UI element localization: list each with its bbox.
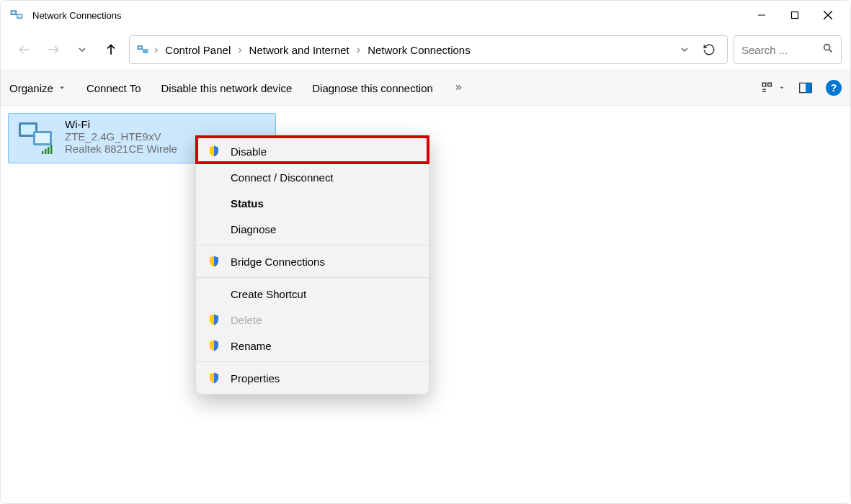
- breadcrumb-icon: [135, 42, 150, 57]
- adapter-device: Realtek 8821CE Wirele: [65, 143, 177, 155]
- maximize-button[interactable]: [778, 1, 811, 30]
- svg-rect-30: [48, 147, 50, 154]
- menu-rename[interactable]: Rename: [196, 333, 429, 359]
- menu-properties[interactable]: Properties: [196, 365, 429, 391]
- menu-status[interactable]: Status: [196, 190, 429, 216]
- overflow-button[interactable]: [453, 83, 463, 93]
- preview-pane-button[interactable]: [798, 81, 813, 95]
- menu-bridge-connections[interactable]: Bridge Connections: [196, 248, 429, 274]
- window-title: Network Connections: [32, 10, 122, 21]
- svg-rect-29: [45, 149, 47, 154]
- svg-rect-12: [143, 49, 148, 53]
- svg-rect-5: [792, 12, 798, 19]
- menu-connect-disconnect[interactable]: Connect / Disconnect: [196, 164, 429, 190]
- content-area: Wi-Fi ZTE_2.4G_HTE9xV Realtek 8821CE Wir…: [1, 106, 850, 503]
- connect-to-button[interactable]: Connect To: [86, 82, 141, 94]
- svg-rect-3: [18, 15, 22, 17]
- organize-button[interactable]: Organize: [9, 82, 66, 94]
- up-button[interactable]: [103, 42, 119, 58]
- menu-separator: [196, 245, 429, 246]
- breadcrumb-dropdown[interactable]: [672, 44, 697, 55]
- chevron-right-icon[interactable]: ›: [151, 43, 161, 56]
- svg-marker-16: [60, 87, 64, 89]
- refresh-button[interactable]: [697, 43, 721, 56]
- view-options-button[interactable]: [761, 81, 785, 94]
- network-adapter-icon: [16, 118, 56, 158]
- menu-diagnose[interactable]: Diagnose: [196, 216, 429, 242]
- toolbar: Organize Connect To Disable this network…: [1, 70, 850, 106]
- menu-separator: [196, 361, 429, 362]
- menu-separator: [196, 277, 429, 278]
- minimize-button[interactable]: [745, 1, 778, 30]
- search-icon[interactable]: [822, 42, 834, 57]
- shield-icon: [208, 145, 220, 158]
- svg-line-15: [829, 50, 832, 53]
- search-input[interactable]: [741, 44, 816, 56]
- chevron-right-icon[interactable]: ›: [235, 43, 244, 56]
- breadcrumb-item[interactable]: Network and Internet: [245, 44, 354, 56]
- back-button[interactable]: [17, 42, 32, 58]
- context-menu: Disable Connect / Disconnect Status Diag…: [195, 135, 429, 395]
- adapter-name: Wi-Fi: [65, 118, 177, 130]
- recent-button[interactable]: [74, 42, 90, 58]
- svg-point-14: [824, 45, 830, 50]
- title-bar: Network Connections: [1, 1, 850, 30]
- shield-icon: [208, 255, 220, 268]
- disable-device-button[interactable]: Disable this network device: [161, 82, 292, 94]
- menu-disable[interactable]: Disable: [196, 138, 429, 164]
- breadcrumb[interactable]: › Control Panel › Network and Internet ›…: [129, 35, 728, 64]
- forward-button[interactable]: [45, 42, 61, 58]
- adapter-network: ZTE_2.4G_HTE9xV: [65, 130, 177, 143]
- nav-bar: › Control Panel › Network and Internet ›…: [1, 30, 850, 70]
- svg-rect-17: [762, 83, 766, 86]
- svg-marker-21: [780, 87, 784, 89]
- breadcrumb-item[interactable]: Control Panel: [161, 44, 235, 56]
- shield-icon: [208, 313, 220, 326]
- svg-rect-28: [42, 151, 44, 154]
- menu-create-shortcut[interactable]: Create Shortcut: [196, 281, 429, 307]
- svg-rect-2: [12, 12, 15, 14]
- diagnose-button[interactable]: Diagnose this connection: [312, 82, 433, 94]
- svg-rect-13: [138, 47, 141, 49]
- shield-icon: [208, 372, 220, 384]
- svg-rect-18: [768, 83, 772, 86]
- help-button[interactable]: ?: [826, 80, 842, 96]
- chevron-right-icon[interactable]: ›: [354, 43, 363, 56]
- close-button[interactable]: [811, 1, 845, 30]
- breadcrumb-item[interactable]: Network Connections: [363, 44, 475, 56]
- shield-icon: [208, 339, 220, 352]
- window-controls: [745, 1, 845, 30]
- svg-rect-31: [50, 145, 53, 154]
- menu-delete: Delete: [196, 307, 429, 333]
- search-box[interactable]: [734, 35, 842, 64]
- svg-rect-27: [35, 133, 50, 143]
- app-icon: [9, 8, 24, 22]
- svg-rect-23: [806, 83, 811, 92]
